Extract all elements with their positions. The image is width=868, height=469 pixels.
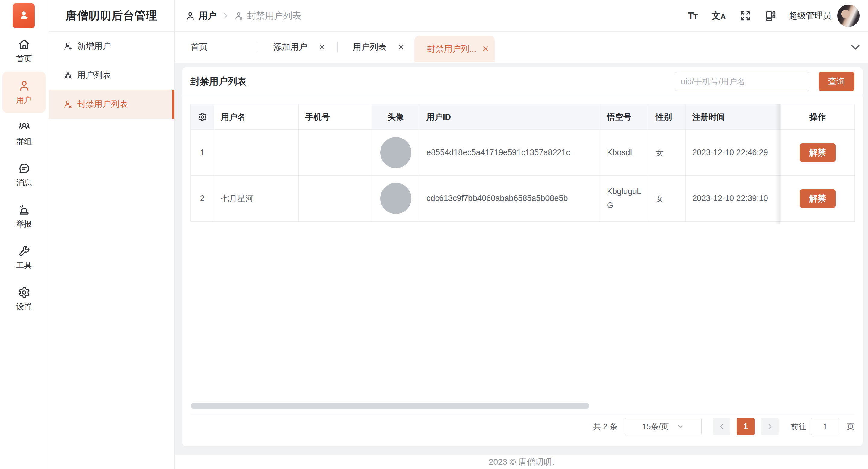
chevron-down-icon: [677, 423, 684, 430]
sidebar-item-label: 用户列表: [77, 69, 111, 81]
close-icon[interactable]: [482, 45, 489, 52]
user-icon: [185, 11, 195, 21]
column-header-phone: 手机号: [299, 104, 372, 130]
table-zone: 用户名 手机号 头像 用户ID 悟空号 性别 注册时间 操作 1: [190, 104, 855, 414]
page-size-value: 15条/页: [642, 421, 669, 432]
page-size-select[interactable]: 15条/页: [625, 418, 702, 435]
top-header: 用户 封禁用户列表 TT 文A: [175, 0, 868, 32]
cell-username: 七月星河: [214, 176, 299, 221]
rail-item-tools[interactable]: 工具: [0, 237, 48, 278]
wrench-icon: [18, 245, 30, 257]
rail-item-label: 首页: [16, 54, 32, 64]
column-header-actions: 操作: [781, 104, 855, 130]
goto-page-input[interactable]: [811, 418, 839, 435]
rail-item-label: 群组: [16, 136, 32, 147]
fullscreen-icon[interactable]: [740, 10, 751, 22]
prev-page-button[interactable]: [713, 418, 731, 435]
tab-user-list[interactable]: 用户列表: [338, 32, 414, 62]
message-icon: [18, 162, 30, 175]
card-header: 封禁用户列表 查询: [182, 67, 863, 96]
sidebar-item-add-user[interactable]: 新增用户: [49, 32, 175, 61]
cell-phone: [299, 176, 372, 221]
search-row: 查询: [675, 72, 855, 91]
monk-logo-icon: [17, 9, 31, 23]
cell-avatar: [372, 176, 420, 221]
gear-icon[interactable]: [192, 112, 212, 122]
gear-icon: [18, 286, 30, 299]
cell-avatar: [372, 130, 420, 176]
admin-role-label: 超级管理员: [789, 10, 831, 22]
user-avatar-placeholder: [380, 183, 411, 214]
unban-button[interactable]: 解禁: [800, 143, 836, 162]
font-size-icon[interactable]: TT: [687, 10, 697, 22]
current-page-button[interactable]: 1: [737, 418, 754, 435]
breadcrumb-users[interactable]: 用户: [185, 10, 217, 22]
pagination-total: 共 2 条: [593, 421, 618, 432]
avatar[interactable]: [837, 4, 860, 27]
user-icon: [18, 80, 30, 92]
cell-register-time: 2023-12-10 22:46:29: [686, 130, 781, 176]
rail-item-messages[interactable]: 消息: [0, 154, 48, 195]
app-logo[interactable]: [13, 3, 35, 28]
cell-username: [214, 130, 299, 176]
unban-button[interactable]: 解禁: [800, 189, 836, 208]
rail-item-label: 用户: [16, 95, 32, 105]
horizontal-scrollbar[interactable]: [191, 403, 589, 409]
rail-item-label: 举报: [16, 219, 32, 229]
rail-item-reports[interactable]: 举报: [0, 195, 48, 237]
tab-label: 用户列表: [353, 41, 386, 53]
siren-icon: [18, 204, 30, 216]
breadcrumb-label: 用户: [198, 10, 217, 22]
cell-gender: 女: [649, 130, 686, 176]
tab-home[interactable]: 首页: [191, 32, 258, 62]
row-index: 1: [191, 130, 214, 176]
sidebar-item-label: 封禁用户列表: [77, 98, 128, 110]
main-column: 用户 封禁用户列表 TT 文A: [175, 0, 868, 469]
banned-users-card: 封禁用户列表 查询: [182, 67, 863, 446]
rail-item-groups[interactable]: 群组: [0, 113, 48, 154]
close-icon[interactable]: [398, 44, 404, 51]
language-icon[interactable]: 文A: [711, 10, 725, 22]
pagination: 共 2 条 15条/页 1: [190, 418, 855, 435]
sidebar-item-label: 新增用户: [77, 40, 111, 52]
next-page-button[interactable]: [761, 418, 779, 435]
breadcrumb-banned-users: 封禁用户列表: [234, 10, 301, 22]
column-header-wukong: 悟空号: [600, 104, 649, 130]
chevron-down-icon[interactable]: [849, 41, 861, 53]
breadcrumb: 用户 封禁用户列表: [185, 10, 301, 22]
tab-add-user[interactable]: 添加用户: [258, 32, 338, 62]
cell-register-time: 2023-12-10 22:39:10: [686, 176, 781, 221]
rail-menu: 首页 用户 群组: [0, 30, 48, 320]
secondary-sidebar: 唐僧叨叨后台管理 新增用户 用户列表 封禁用户列表: [49, 0, 175, 469]
table-row: 2 七月星河 cdc613c9f7bb4060abab6585a5b08e5b …: [191, 176, 855, 221]
layout-icon[interactable]: [765, 10, 776, 22]
icon-rail: 首页 用户 群组: [0, 0, 48, 469]
breadcrumb-label: 封禁用户列表: [247, 10, 301, 22]
goto-label: 前往: [791, 421, 806, 432]
tab-banned-users-active[interactable]: 封禁用户列...: [414, 36, 495, 62]
sidebar-item-banned-users[interactable]: 封禁用户列表: [49, 90, 175, 119]
close-icon[interactable]: [318, 44, 325, 51]
column-settings-header: [191, 104, 214, 130]
query-button[interactable]: 查询: [818, 72, 855, 91]
column-header-register-time: 注册时间: [686, 104, 781, 130]
card-body: 用户名 手机号 头像 用户ID 悟空号 性别 注册时间 操作 1: [182, 96, 863, 435]
copyright-text: 2023 © 唐僧叨叨.: [489, 456, 554, 468]
content-area: 封禁用户列表 查询: [175, 63, 868, 455]
rail-item-label: 设置: [16, 302, 32, 312]
rail-item-label: 消息: [16, 178, 32, 188]
rail-item-label: 工具: [16, 260, 32, 271]
banned-users-table: 用户名 手机号 头像 用户ID 悟空号 性别 注册时间 操作 1: [190, 104, 855, 221]
search-input[interactable]: [675, 72, 809, 91]
column-header-gender: 性别: [649, 104, 686, 130]
rail-item-home[interactable]: 首页: [0, 30, 48, 71]
cell-wukong: KbosdL: [600, 130, 649, 176]
goto-suffix: 页: [846, 421, 855, 432]
rail-item-users[interactable]: 用户: [2, 71, 45, 113]
home-icon: [18, 38, 30, 51]
user-plus-icon: [63, 41, 73, 51]
column-header-userid: 用户ID: [420, 104, 600, 130]
sidebar-item-user-list[interactable]: 用户列表: [49, 61, 175, 90]
row-index: 2: [191, 176, 214, 221]
rail-item-settings[interactable]: 设置: [0, 278, 48, 320]
